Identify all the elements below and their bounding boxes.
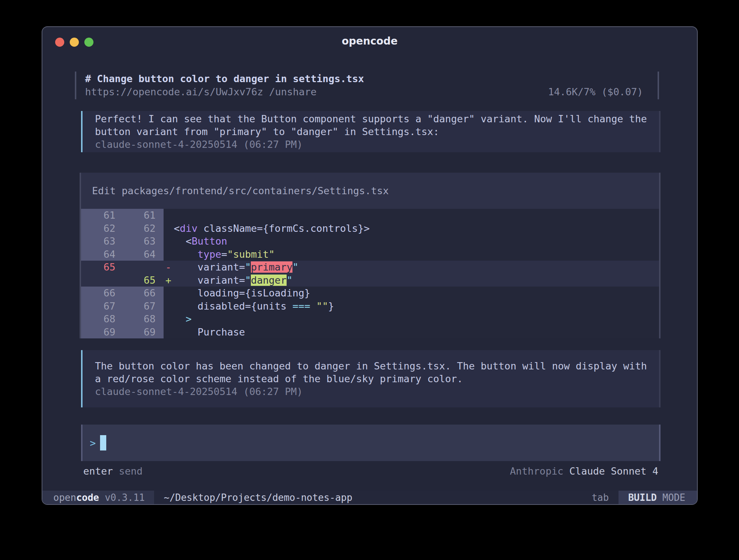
code-token bbox=[310, 300, 316, 312]
code-token: > bbox=[186, 313, 192, 325]
app-name-code: code bbox=[76, 492, 99, 503]
diff-rows: 6161 6262 <div className={formCs.control… bbox=[81, 209, 659, 338]
code-token bbox=[174, 313, 186, 325]
code-token: " bbox=[245, 275, 251, 286]
tab-key-hint: tab bbox=[591, 492, 609, 503]
code-token: " bbox=[245, 261, 251, 273]
text-cursor bbox=[100, 435, 106, 450]
prompt-input[interactable]: > bbox=[81, 425, 660, 461]
message-line: a red/rose color scheme instead of the b… bbox=[95, 372, 648, 385]
app-name-open: open bbox=[53, 492, 76, 503]
diff-row: 6161 bbox=[81, 209, 659, 222]
code-line bbox=[174, 209, 659, 222]
app-version-chip: opencode v0.3.11 bbox=[42, 491, 154, 504]
new-line-number: 61 bbox=[122, 209, 164, 222]
assistant-message-2: The button color has been changed to dan… bbox=[81, 350, 660, 407]
old-line-number: 61 bbox=[81, 209, 122, 222]
edit-action-label: Edit bbox=[92, 185, 122, 196]
old-line-number: 69 bbox=[81, 326, 122, 339]
diff-sign: - bbox=[164, 261, 174, 274]
enter-hint: enter send bbox=[83, 465, 143, 478]
hint-row: enter send Anthropic Claude Sonnet 4 bbox=[81, 465, 660, 478]
code-token: disabled={units bbox=[174, 300, 292, 312]
session-header: # Change button color to danger in setti… bbox=[75, 72, 659, 99]
code-token: primary bbox=[251, 261, 292, 273]
diff-row: 6464 type="submit" bbox=[81, 248, 659, 261]
old-line-number: 64 bbox=[81, 248, 122, 261]
app-version: v0.3.11 bbox=[99, 492, 145, 503]
code-token: Purchase bbox=[174, 326, 245, 338]
code-line: variant="danger" bbox=[174, 274, 659, 287]
old-line-number: 63 bbox=[81, 235, 122, 248]
diff-sign bbox=[164, 209, 174, 222]
status-bar-right: tab BUILD MODE bbox=[591, 491, 697, 504]
code-line: disabled={units === ""} bbox=[174, 300, 659, 313]
diff-sign: + bbox=[164, 274, 174, 287]
code-token: div bbox=[180, 223, 198, 234]
model-indicator: Anthropic Claude Sonnet 4 bbox=[510, 465, 658, 478]
working-directory: ~/Desktop/Projects/demo-notes-app bbox=[164, 492, 352, 503]
session-links: https://opencode.ai/s/UwJxv76z /unshare bbox=[85, 85, 317, 99]
new-line-number bbox=[122, 261, 164, 274]
token-cost-stats: 14.6K/7% ($0.07) bbox=[548, 85, 643, 99]
old-line-number: 66 bbox=[81, 287, 122, 300]
new-line-number: 69 bbox=[122, 326, 164, 339]
diff-row: 6767 disabled={units === ""} bbox=[81, 300, 659, 313]
diff-row: 6262 <div className={formCs.controls}> bbox=[81, 222, 659, 235]
code-token: loading={isLoading} bbox=[174, 287, 310, 299]
code-token: type bbox=[198, 249, 221, 260]
diff-sign bbox=[164, 312, 174, 326]
model-timestamp: claude-sonnet-4-20250514 (06:27 PM) bbox=[95, 385, 648, 398]
edit-file-path: packages/frontend/src/containers/Setting… bbox=[122, 185, 389, 196]
code-line: <Button bbox=[174, 235, 659, 248]
code-token: danger bbox=[251, 275, 287, 286]
old-line-number: 65 bbox=[81, 261, 122, 274]
code-token: "submit" bbox=[227, 249, 275, 260]
code-token: } bbox=[328, 300, 334, 312]
diff-row: 6666 loading={isLoading} bbox=[81, 287, 659, 300]
code-token: === bbox=[292, 300, 310, 312]
opencode-window: opencode # Change button color to danger… bbox=[42, 26, 698, 505]
diff-sign bbox=[164, 287, 174, 300]
code-token: " bbox=[287, 275, 292, 286]
share-url[interactable]: https://opencode.ai/s/UwJxv76z bbox=[85, 86, 263, 97]
code-token: Button bbox=[192, 235, 227, 247]
diff-sign bbox=[164, 222, 174, 235]
code-line: type="submit" bbox=[174, 248, 659, 261]
provider-label: Anthropic bbox=[510, 465, 570, 477]
diff-sign bbox=[164, 300, 174, 313]
new-line-number: 66 bbox=[122, 287, 164, 300]
session-title: # Change button color to danger in setti… bbox=[85, 72, 643, 85]
diff-row: 65+ variant="danger" bbox=[81, 274, 659, 287]
code-token: < bbox=[174, 223, 180, 234]
screen: opencode # Change button color to danger… bbox=[0, 0, 739, 560]
diff-sign bbox=[164, 248, 174, 261]
edit-tool-panel: Edit packages/frontend/src/containers/Se… bbox=[80, 173, 660, 338]
code-token: "" bbox=[316, 300, 328, 312]
mode-chip: BUILD MODE bbox=[619, 491, 697, 504]
code-token bbox=[174, 249, 198, 260]
message-line: The button color has been changed to dan… bbox=[95, 360, 648, 372]
new-line-number: 68 bbox=[122, 312, 164, 326]
mode-suffix: MODE bbox=[657, 492, 685, 503]
old-line-number: 62 bbox=[81, 222, 122, 235]
code-token: < bbox=[174, 235, 192, 247]
diff-sign bbox=[164, 235, 174, 248]
code-line: <div className={formCs.controls}> bbox=[174, 222, 659, 235]
code-token: variant= bbox=[174, 275, 245, 286]
edit-header: Edit packages/frontend/src/containers/Se… bbox=[81, 173, 659, 209]
new-line-number: 62 bbox=[122, 222, 164, 235]
diff-sign bbox=[164, 326, 174, 339]
titlebar: opencode bbox=[42, 27, 697, 51]
code-line: variant="primary" bbox=[174, 261, 659, 274]
message-line: button variant from "primary" to "danger… bbox=[95, 125, 648, 138]
model-label: Claude Sonnet 4 bbox=[569, 465, 658, 477]
code-token: " bbox=[292, 261, 298, 273]
code-token: variant= bbox=[174, 261, 245, 273]
prompt-chevron: > bbox=[90, 437, 96, 449]
assistant-message-1: Perfect! I can see that the Button compo… bbox=[81, 111, 660, 152]
old-line-number: 68 bbox=[81, 312, 122, 326]
unshare-command[interactable]: /unshare bbox=[269, 86, 317, 97]
status-bar: opencode v0.3.11 ~/Desktop/Projects/demo… bbox=[42, 491, 697, 504]
diff-row: 6969 Purchase bbox=[81, 326, 659, 339]
